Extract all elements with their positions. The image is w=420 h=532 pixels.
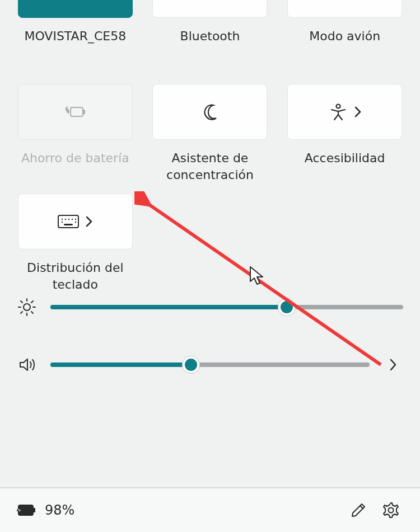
brightness-icon [17, 298, 37, 317]
svg-rect-0 [71, 107, 83, 116]
volume-slider-row [17, 356, 403, 374]
moon-icon [200, 102, 220, 122]
svg-point-10 [75, 222, 76, 223]
airplane-mode-tile[interactable] [287, 0, 402, 18]
svg-point-6 [68, 219, 69, 220]
svg-line-17 [21, 301, 22, 303]
battery-saver-tile [18, 84, 133, 140]
keyboard-layout-tile[interactable] [18, 194, 133, 249]
bluetooth-label: Bluetooth [180, 28, 240, 62]
volume-slider[interactable] [50, 358, 370, 371]
pencil-icon [351, 502, 366, 518]
battery-saver-label: Ahorro de batería [21, 150, 129, 183]
bluetooth-tile[interactable] [152, 0, 267, 18]
svg-point-2 [336, 105, 340, 109]
focus-assist-label: Asistente de concentración [152, 150, 269, 183]
chevron-right-icon [354, 106, 362, 118]
svg-point-7 [72, 219, 73, 220]
wifi-tile[interactable] [18, 0, 133, 18]
svg-rect-11 [64, 224, 73, 225]
keyboard-icon [57, 213, 80, 230]
brightness-slider-row [17, 298, 403, 317]
svg-point-25 [389, 508, 394, 513]
svg-point-8 [75, 219, 76, 220]
svg-line-19 [21, 312, 22, 313]
svg-point-4 [62, 219, 63, 220]
accessibility-tile[interactable] [287, 84, 402, 140]
focus-assist-tile[interactable] [152, 84, 267, 140]
battery-percent-text: 98% [45, 502, 74, 518]
footer-bar: 98% [0, 487, 420, 532]
svg-line-18 [31, 312, 33, 313]
accessibility-icon [328, 102, 348, 122]
svg-line-24 [360, 506, 363, 509]
svg-point-12 [24, 304, 30, 310]
keyboard-layout-label: Distribución del teclado [17, 260, 134, 293]
volume-slider-thumb[interactable] [183, 356, 199, 373]
volume-icon [17, 356, 37, 374]
airplane-mode-label: Modo avión [309, 28, 380, 62]
battery-charging-icon [17, 503, 37, 517]
svg-rect-1 [83, 110, 85, 114]
quick-actions-panel: MOVISTAR_CE58 Bluetooth Modo avión Aho [0, 0, 420, 449]
accessibility-label: Accesibilidad [305, 150, 385, 183]
chevron-right-icon [85, 215, 93, 228]
battery-saver-icon [63, 102, 87, 122]
svg-rect-23 [33, 508, 35, 512]
wifi-label: MOVISTAR_CE58 [24, 28, 126, 62]
gear-icon [382, 502, 399, 519]
brightness-slider-thumb[interactable] [278, 299, 295, 316]
settings-button[interactable] [379, 498, 403, 522]
volume-output-button[interactable] [383, 357, 403, 372]
svg-point-5 [65, 219, 66, 220]
svg-line-20 [31, 301, 33, 303]
svg-point-9 [62, 222, 63, 223]
brightness-slider[interactable] [50, 300, 403, 314]
edit-button[interactable] [346, 498, 371, 522]
